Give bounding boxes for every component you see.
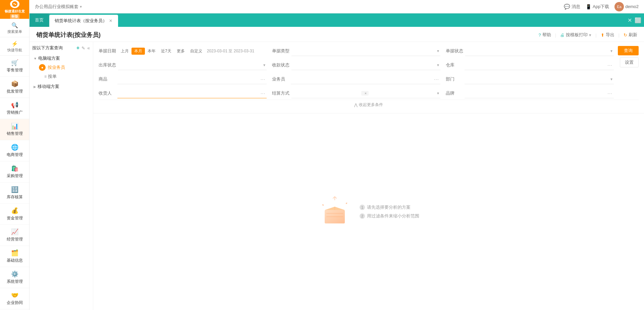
- collapse-icon: ▶: [34, 85, 36, 89]
- order-icon: ≡: [44, 74, 47, 79]
- date-tab-more[interactable]: 更多: [174, 48, 187, 55]
- tab-sales-stat[interactable]: 销货单统计表（按业务员） ✕: [49, 15, 118, 27]
- user-action[interactable]: Ea demo2: [614, 2, 639, 11]
- sidebar-item-system[interactable]: ⚙️ 系统管理: [0, 267, 29, 288]
- main-area: 办公用品行业模拟账套 ▾ 💬 消息 📱 App下载 Ea demo2 首页: [30, 0, 644, 310]
- expand-icon: ▼: [34, 57, 37, 60]
- scheme-group-mobile: ▶ 移动端方案: [32, 82, 90, 91]
- sidebar-item-sales[interactable]: 📊 销售管理: [0, 119, 29, 140]
- chevron-down-icon: ▾: [80, 4, 82, 9]
- empty-illustration: [318, 195, 352, 228]
- brand-select[interactable]: ···: [465, 88, 614, 98]
- refresh-button[interactable]: ↻ 刷新: [624, 32, 637, 38]
- breadcrumb-dropdown[interactable]: 办公用品行业模拟账套 ▾: [35, 4, 82, 10]
- tag-close-icon[interactable]: ×: [365, 91, 367, 95]
- filter-doc-type: 单据类型 ▾: [272, 46, 440, 56]
- doc-type-select[interactable]: ▾: [291, 46, 440, 56]
- sidebar-item-inventory[interactable]: 🔢 库存核算: [0, 183, 29, 204]
- date-tab-last-month[interactable]: 上月: [118, 48, 131, 55]
- sidebar: 畅捷通好生意 标版 🔍 按以下方案查询 搜索菜单 ⚡ 快捷导航 🛒 零售管理 📦…: [0, 0, 30, 310]
- tab-close-all-icon[interactable]: ✕: [628, 17, 632, 23]
- doc-status-select[interactable]: ▾: [465, 46, 614, 56]
- consignee-input[interactable]: ···: [117, 88, 267, 98]
- sidebar-item-enterprise[interactable]: 🤝 企业协同: [0, 288, 29, 309]
- payment-status-select[interactable]: ▾: [291, 60, 440, 70]
- export-button[interactable]: ⬆ 导出: [601, 32, 614, 38]
- page-title: 销货单统计表(按业务员): [36, 31, 101, 39]
- settings-button[interactable]: 设置: [620, 57, 639, 67]
- print-dropdown-icon[interactable]: ▾: [589, 33, 591, 38]
- app-download-action[interactable]: 📱 App下载: [586, 4, 609, 10]
- date-tab-this-year[interactable]: 本年: [145, 48, 158, 55]
- filter-row-1: 单据日期 上月 本月 本年 近7天 更多 自定义 2023-03-01 至 20…: [99, 46, 614, 56]
- dots-icon: ···: [434, 76, 439, 82]
- filter-goods: 商品 ···: [99, 74, 267, 84]
- collapse-panel-button[interactable]: «: [87, 45, 90, 51]
- date-tab-this-month[interactable]: 本月: [131, 48, 145, 55]
- sidebar-item-marketing[interactable]: 📢 营销推广: [0, 98, 29, 119]
- scheme-group-mobile-header[interactable]: ▶ 移动端方案: [32, 82, 90, 91]
- chevron-down-icon: ▾: [610, 49, 612, 53]
- help-icon: ?: [539, 33, 541, 38]
- empty-state: 1 请先选择要分析的方案 2 用过滤条件来缩小分析范围: [93, 113, 644, 310]
- settlement-select[interactable]: × ▾: [291, 88, 440, 98]
- content-body: 按以下方案查询 + ✎ « ▼ 电脑端方案 ● 按业务员: [30, 42, 644, 310]
- goods-select[interactable]: ···: [117, 74, 267, 84]
- left-panel-header: 按以下方案查询 + ✎ «: [32, 45, 90, 51]
- date-tab-7days[interactable]: 近7天: [158, 48, 174, 55]
- filter-row-2: 出库状态 ▾ 收款状态: [99, 60, 614, 70]
- filter-date: 单据日期 上月 本月 本年 近7天 更多 自定义 2023-03-01 至 20…: [99, 48, 267, 55]
- print-button[interactable]: 🖨 按模板打印 ▾: [560, 32, 591, 38]
- filter-actions: 查询 设置: [618, 46, 639, 67]
- empty-tips: 1 请先选择要分析的方案 2 用过滤条件来缩小分析范围: [360, 204, 419, 219]
- filter-salesperson: 业务员 ···: [272, 74, 440, 84]
- department-select[interactable]: ▾: [465, 74, 614, 84]
- sidebar-item-operation[interactable]: 📈 经营管理: [0, 225, 29, 246]
- app-logo[interactable]: 畅捷通好生意 标版: [0, 0, 30, 19]
- filter-area: 单据日期 上月 本月 本年 近7天 更多 自定义 2023-03-01 至 20…: [93, 42, 644, 113]
- add-scheme-button[interactable]: +: [76, 45, 80, 51]
- sidebar-item-basic[interactable]: 🗂️ 基础信息: [0, 246, 29, 267]
- warehouse-select[interactable]: ···: [465, 60, 614, 70]
- query-button[interactable]: 查询: [618, 46, 639, 55]
- tab-close-icon[interactable]: ✕: [109, 18, 112, 23]
- dots-icon: ···: [261, 91, 266, 96]
- sidebar-item-finance[interactable]: 💰 资金管理: [0, 204, 29, 225]
- date-tab-custom[interactable]: 自定义: [187, 48, 205, 55]
- search-menu[interactable]: 🔍 按以下方案查询 搜索菜单: [0, 19, 29, 37]
- filter-warehouse: 仓库 ···: [446, 60, 614, 70]
- empty-tip-1: 1 请先选择要分析的方案: [360, 204, 419, 210]
- dots-icon: ···: [607, 62, 612, 68]
- collapse-conditions-button[interactable]: ⋀ 收起更多条件: [99, 100, 639, 109]
- left-panel-actions: + ✎ «: [76, 45, 90, 51]
- date-range-text: 2023-03-01 至 2023-03-31: [207, 48, 254, 54]
- dots-icon: ···: [261, 76, 266, 82]
- help-button[interactable]: ? 帮助: [539, 32, 551, 38]
- sidebar-item-ecommerce[interactable]: 🌐 电商管理: [0, 140, 29, 161]
- sidebar-item-retail[interactable]: 🛒 零售管理: [0, 56, 29, 77]
- settlement-tag: ×: [361, 91, 369, 96]
- tab-maximize-icon[interactable]: ⬜: [635, 17, 641, 23]
- collapse-icon: ⋀: [354, 103, 358, 107]
- edit-scheme-button[interactable]: ✎: [81, 45, 86, 51]
- filter-consignee: 收货人 ···: [99, 88, 267, 98]
- scheme-group-desktop-header[interactable]: ▼ 电脑端方案: [32, 54, 90, 63]
- avatar: Ea: [614, 2, 624, 11]
- tab-bar-actions: ✕ ⬜: [628, 17, 644, 23]
- sidebar-item-wholesale[interactable]: 📦 批发管理: [0, 77, 29, 98]
- phone-icon: 📱: [586, 4, 591, 9]
- dots-icon: ···: [607, 91, 612, 96]
- left-panel: 按以下方案查询 + ✎ « ▼ 电脑端方案 ● 按业务员: [30, 42, 93, 310]
- filter-row-4: 收货人 ··· 结算方式: [99, 88, 614, 98]
- scheme-item-by-salesperson[interactable]: ● 按业务员: [32, 63, 90, 72]
- salesperson-select[interactable]: ···: [291, 74, 440, 84]
- tab-home[interactable]: 首页: [30, 13, 49, 27]
- scheme-group-desktop: ▼ 电脑端方案 ● 按业务员 ≡ 按单: [32, 54, 90, 81]
- message-action[interactable]: 💬 消息: [564, 4, 580, 10]
- scheme-item-by-order[interactable]: ≡ 按单: [32, 72, 90, 81]
- chevron-down-icon: ▾: [437, 91, 439, 96]
- quick-nav[interactable]: ⚡ 快捷导航: [0, 37, 29, 56]
- logo-icon: [10, 0, 19, 8]
- ship-status-select[interactable]: ▾: [118, 60, 267, 70]
- sidebar-item-purchase[interactable]: 🛍️ 采购管理: [0, 161, 29, 183]
